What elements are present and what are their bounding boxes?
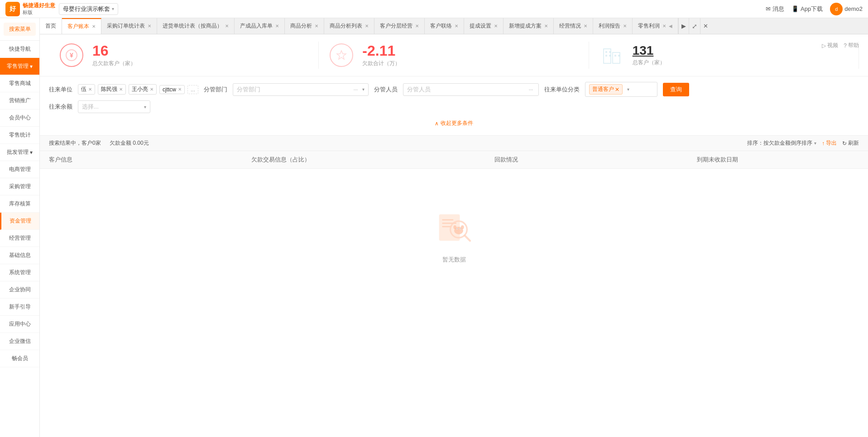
export-icon: ↑ [822, 140, 825, 147]
card2-number: -2.11 [362, 43, 400, 58]
sidebar-item-quick-nav[interactable]: 快捷导航 [0, 41, 39, 58]
tab-home[interactable]: 首页 [40, 18, 62, 34]
tab-customer-book[interactable]: 客户账本 ✕ [62, 18, 101, 34]
results-info: 搜索结果中，客户0家 欠款金额 0.00元 [49, 139, 149, 147]
building-icon [600, 43, 623, 67]
sidebar-item-enterprise-coop[interactable]: 企业协同 [0, 281, 39, 299]
sidebar-item-mkt-promo[interactable]: 营销推广 [0, 92, 39, 109]
tab-product-analysis-list[interactable]: 商品分析列表 ✕ [324, 18, 374, 34]
messages-btn[interactable]: ✉ 消息 [766, 5, 784, 13]
tab-close-promotion-settings[interactable]: ✕ [494, 24, 498, 28]
tab-customer-contact[interactable]: 客户联络 ✕ [425, 18, 464, 34]
balance-select[interactable]: 选择... ▾ [78, 100, 150, 113]
sidebar-item-enterprise-wechat[interactable]: 企业微信 [0, 333, 39, 350]
sidebar-item-inventory[interactable]: 库存核算 [0, 195, 39, 213]
tab-close-profit-report[interactable]: ✕ [623, 24, 627, 28]
sidebar-item-vip-member[interactable]: 畅会员 [0, 350, 39, 367]
summary-section: ¥ 16 总欠款客户（家） [40, 34, 868, 76]
sidebar-item-basic-info[interactable]: 基础信息 [0, 247, 39, 264]
card2-icon [328, 42, 355, 69]
summary-card-customers: ¥ 16 总欠款客户（家） [49, 42, 319, 69]
tab-inbound-stats[interactable]: 进货单统计表（按商品） ✕ [157, 18, 235, 34]
sidebar-item-new-guide[interactable]: 新手引导 [0, 299, 39, 316]
search-menu-button[interactable]: 搜索菜单 [4, 23, 36, 36]
tab-product-analysis[interactable]: 商品分析 ✕ [285, 18, 324, 34]
tab-scroll-right[interactable]: ▶ [678, 18, 689, 34]
sidebar-item-purchase-mgmt[interactable]: 采购管理 [0, 178, 39, 195]
tab-ops-situation[interactable]: 经营情况 ✕ [554, 18, 593, 34]
export-btn[interactable]: ↑ 导出 [822, 139, 837, 147]
sidebar-item-capital-mgmt[interactable]: 资金管理 [0, 213, 39, 230]
tab-promotion-settings[interactable]: 提成设置 ✕ [464, 18, 504, 34]
tab-bar: 首页 客户账本 ✕ 采购订单统计表 ✕ 进货单统计表（按商品） ✕ 产成品入库单… [40, 18, 868, 34]
remove-tag-wu[interactable]: ✕ [88, 87, 92, 92]
dept-clear[interactable]: ··· [354, 87, 358, 92]
tab-close-customer-book[interactable]: ✕ [92, 24, 96, 29]
tab-close-ops-situation[interactable]: ✕ [584, 24, 587, 28]
query-button[interactable]: 查询 [663, 83, 689, 96]
unit-category-tag: 普通客户 ✕ [589, 84, 623, 95]
unit-category-arrow: ▾ [627, 87, 629, 92]
summary-card-arrears: -2.11 欠款合计（万） [319, 42, 589, 69]
tab-purchase-order-stats[interactable]: 采购订单统计表 ✕ [101, 18, 157, 34]
tab-close-production[interactable]: ✕ [275, 24, 279, 28]
content-area: ¥ 16 总欠款客户（家） [40, 34, 868, 437]
unit-category-select[interactable]: 普通客户 ✕ ▾ [585, 82, 657, 97]
svg-rect-10 [618, 55, 620, 57]
sidebar-item-ops-mgmt[interactable]: 经营管理 [0, 230, 39, 247]
sort-selector[interactable]: 排序：按欠款金额倒序排序 ▾ [747, 139, 816, 147]
unit-tag-more[interactable]: ... [187, 85, 198, 94]
dept-select[interactable]: 分管部门 ··· ▾ [233, 83, 369, 96]
tab-close-purchase-order[interactable]: ✕ [148, 24, 151, 28]
empty-label: 暂无数据 [442, 256, 466, 264]
svg-rect-5 [605, 51, 607, 53]
tab-close-customer-contact[interactable]: ✕ [455, 24, 458, 28]
tab-retail-profit[interactable]: 零售利润 ✕ ◀ [633, 18, 678, 34]
sidebar-item-sys-mgmt[interactable]: 系统管理 [0, 264, 39, 281]
tab-profit-report[interactable]: 利润报告 ✕ [593, 18, 633, 34]
svg-line-16 [465, 236, 470, 241]
tab-expand[interactable]: ⤢ [689, 18, 700, 34]
refresh-btn[interactable]: ↻ 刷新 [842, 139, 859, 147]
user-area[interactable]: d demo2 [830, 3, 863, 15]
tab-close-inbound[interactable]: ✕ [225, 24, 229, 28]
card3-number: 131 [633, 44, 665, 57]
home-tab-label: 首页 [45, 22, 56, 30]
svg-text:¥: ¥ [70, 52, 73, 59]
person-clear[interactable]: ··· [529, 87, 533, 92]
tab-production-inbound[interactable]: 产成品入库单 ✕ [235, 18, 285, 34]
tab-close-product-analysis[interactable]: ✕ [315, 24, 318, 28]
sidebar-item-member-center[interactable]: 会员中心 [0, 109, 39, 127]
sidebar-item-wholesale-mgmt[interactable]: 批发管理 ▾ [0, 144, 39, 161]
svg-point-21 [460, 228, 460, 229]
help-btn[interactable]: ? 帮助 [844, 42, 859, 49]
app-download-btn[interactable]: 📱 App下载 [791, 5, 823, 13]
remove-tag-chen[interactable]: ✕ [119, 87, 123, 92]
svg-marker-2 [337, 51, 346, 59]
person-filter-label: 分管人员 [374, 86, 398, 94]
tab-close-all[interactable]: ✕ [700, 18, 711, 34]
sidebar-item-app-center[interactable]: 应用中心 [0, 316, 39, 333]
tab-new-promotion-plan[interactable]: 新增提成方案 ✕ [504, 18, 554, 34]
balance-placeholder: 选择... [82, 103, 141, 111]
tab-close-retail-profit[interactable]: ✕ [662, 24, 666, 28]
tab-close-new-promotion[interactable]: ✕ [544, 24, 548, 28]
store-selector[interactable]: 母婴行业演示帐套 ▾ [59, 3, 118, 15]
results-bar: 搜索结果中，客户0家 欠款金额 0.00元 排序：按欠款金额倒序排序 ▾ ↑ 导… [40, 136, 868, 151]
collapse-conditions-btn[interactable]: ∧ 收起更多条件 [49, 117, 859, 130]
remove-unit-category[interactable]: ✕ [615, 86, 619, 93]
sidebar-item-retail-mgmt[interactable]: 零售管理 ▾ [0, 58, 39, 75]
tab-close-product-analysis-list[interactable]: ✕ [365, 24, 369, 28]
sidebar-item-retail-stats[interactable]: 零售统计 [0, 127, 39, 144]
tab-customer-segment[interactable]: 客户分层经营 ✕ [374, 18, 425, 34]
sidebar-item-retail-mall[interactable]: 零售商城 [0, 75, 39, 92]
card1-text: 16 总欠款客户（家） [92, 43, 136, 67]
sidebar-item-ecom-mgmt[interactable]: 电商管理 [0, 161, 39, 178]
video-help-btn[interactable]: ▷ 视频 [822, 42, 838, 49]
remove-tag-cjttcw[interactable]: ✕ [178, 87, 182, 92]
person-select[interactable]: 分管人员 ··· [403, 83, 539, 96]
remove-tag-wang[interactable]: ✕ [150, 87, 153, 92]
tab-close-customer-segment[interactable]: ✕ [415, 24, 419, 28]
card1-number: 16 [92, 43, 136, 58]
sort-arrow: ▾ [814, 141, 816, 146]
